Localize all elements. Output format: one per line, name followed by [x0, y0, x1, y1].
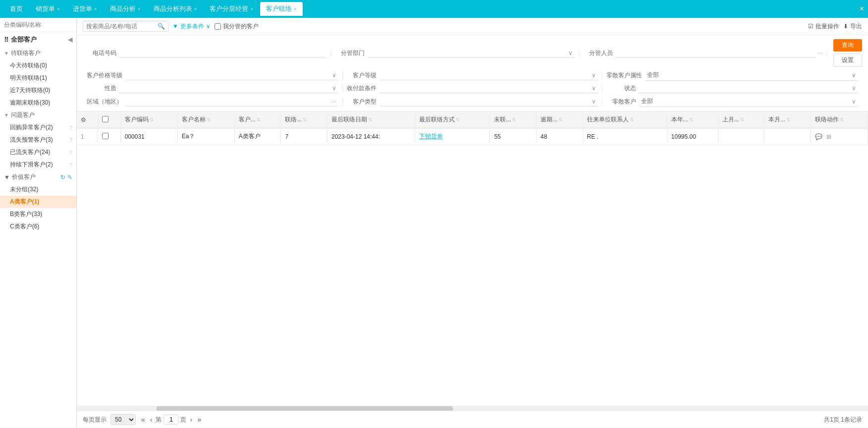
horizontal-scrollbar[interactable]: [77, 406, 868, 411]
filter-input-dots-0-2[interactable]: [616, 49, 815, 58]
close-tab-goods-list[interactable]: ×: [194, 6, 197, 12]
last-contact-link[interactable]: 下销货单: [419, 133, 443, 140]
table-cell-0-1[interactable]: [98, 128, 120, 145]
filter-cell-1-1: 客户等级∨: [343, 71, 603, 80]
sidebar-group-0[interactable]: ▼待联络客户: [0, 47, 76, 59]
sidebar-item-2-3[interactable]: C类客户(6): [0, 220, 76, 233]
search-input[interactable]: [86, 23, 156, 30]
filter-select-0-1[interactable]: ∨: [368, 49, 575, 58]
sort-icon[interactable]: ⇅: [207, 117, 211, 122]
query-button[interactable]: 查询: [833, 39, 862, 52]
sidebar-item-0-3[interactable]: 逾期未联络(30): [0, 97, 76, 109]
sidebar-item-0-0[interactable]: 今天待联络(0): [0, 59, 76, 72]
more-dots-icon[interactable]: ···: [818, 50, 823, 56]
close-tab-goods-analysis[interactable]: ×: [138, 6, 141, 12]
settings-button[interactable]: 设置: [833, 54, 862, 67]
table-cell-0-14[interactable]: 💬⊞: [811, 128, 868, 145]
sort-icon[interactable]: ⇅: [150, 117, 154, 122]
sidebar-group-1[interactable]: ▼问题客户: [0, 109, 76, 121]
filter-input-0-0[interactable]: [119, 49, 326, 58]
col-header-0[interactable]: ⚙: [77, 111, 98, 128]
nav-tab-purchase[interactable]: 进货单 ×: [67, 2, 103, 16]
my-customers-check[interactable]: 我分管的客户: [215, 22, 259, 31]
next-page-btn[interactable]: ›: [188, 416, 194, 424]
sidebar-all-customers[interactable]: ⠿ 全部客户 ◀: [0, 32, 76, 47]
sort-icon[interactable]: ⇅: [257, 117, 261, 122]
help-icon[interactable]: ?: [69, 150, 72, 156]
sidebar-item-1-0[interactable]: 回购异常客户(2)?: [0, 121, 76, 134]
sidebar-collapse-icon[interactable]: ◀: [68, 36, 72, 43]
filter-select-2-1[interactable]: ∨: [380, 84, 598, 93]
col-header-1[interactable]: [98, 111, 120, 128]
help-icon[interactable]: ?: [69, 162, 72, 168]
filter-select-3-1[interactable]: ∨: [380, 97, 598, 107]
table-container[interactable]: ⚙客户编码⇅客户名称⇅客户...⇅联络...⇅最后联络日期⇅最后联络方式⇅未联.…: [77, 111, 868, 406]
row-actions[interactable]: 💬⊞: [815, 133, 864, 140]
customer-table: ⚙客户编码⇅客户名称⇅客户...⇅联络...⇅最后联络日期⇅最后联络方式⇅未联.…: [77, 111, 868, 145]
close-tab-sales[interactable]: ×: [57, 6, 60, 12]
sidebar-item-0-1[interactable]: 明天待联络(1): [0, 72, 76, 84]
sort-icon[interactable]: ⇅: [786, 117, 790, 122]
sidebar-item-1-3[interactable]: 持续下滑客户(2)?: [0, 159, 76, 171]
filter-select-1-2[interactable]: 全部∨: [645, 70, 858, 81]
sidebar-group-2[interactable]: ▼价值客户↻✎: [0, 171, 76, 183]
filter-btn[interactable]: ▼ 更多条件 ∨: [172, 22, 211, 31]
sidebar-search-input[interactable]: [4, 21, 77, 28]
nav-tab-home[interactable]: 首页: [4, 2, 29, 16]
value-group-actions[interactable]: ↻✎: [60, 174, 72, 181]
sort-icon[interactable]: ⇅: [303, 117, 307, 122]
more-dots-icon[interactable]: ···: [331, 98, 336, 105]
filter-select-1-1[interactable]: ∨: [380, 71, 598, 80]
sort-icon[interactable]: ⇅: [558, 117, 562, 122]
filter-select-2-0[interactable]: ∨: [119, 84, 338, 93]
close-all-btn[interactable]: ×: [860, 4, 864, 13]
nav-tab-goods-analysis[interactable]: 商品分析 ×: [104, 2, 147, 16]
nav-tab-sales[interactable]: 销货单 ×: [30, 2, 66, 16]
refresh-icon[interactable]: ↻: [60, 174, 65, 181]
col-header-10: 往来单位联系人⇅: [583, 111, 667, 128]
filter-select-dots-3-0[interactable]: ···: [125, 97, 338, 107]
sort-icon[interactable]: ⇅: [630, 117, 634, 122]
export-btn[interactable]: ⬇ 导出: [843, 22, 862, 31]
select-all-checkbox[interactable]: [102, 116, 108, 122]
first-page-btn[interactable]: «: [140, 416, 147, 424]
row-checkbox[interactable]: [102, 133, 108, 139]
my-customers-checkbox[interactable]: [215, 23, 221, 30]
sort-icon[interactable]: ⇅: [368, 117, 372, 122]
toolbar-search-icon[interactable]: 🔍: [158, 23, 165, 30]
page-size-select[interactable]: 50 100: [110, 414, 136, 425]
chevron-down-icon: ∨: [592, 98, 596, 105]
comment-icon[interactable]: 💬: [815, 133, 822, 140]
table-cell-0-7[interactable]: 下销货单: [415, 128, 490, 145]
sort-icon[interactable]: ⇅: [740, 117, 744, 122]
close-tab-customer-contact[interactable]: ×: [294, 6, 297, 12]
sidebar-item-2-1[interactable]: A类客户(1): [0, 196, 76, 208]
sort-icon[interactable]: ⇅: [512, 117, 516, 122]
help-icon[interactable]: ?: [69, 125, 72, 131]
close-tab-purchase[interactable]: ×: [94, 6, 97, 12]
sidebar-item-0-2[interactable]: 近7天待联络(0): [0, 84, 76, 97]
prev-page-btn[interactable]: ‹: [149, 416, 154, 424]
sort-icon[interactable]: ⇅: [456, 117, 460, 122]
sort-icon[interactable]: ⇅: [840, 117, 844, 122]
close-tab-customer-layer[interactable]: ×: [250, 6, 253, 12]
filter-label-2-1: 收付款条件: [347, 84, 377, 93]
gear-icon[interactable]: ⚙: [81, 116, 86, 123]
sidebar-item-1-1[interactable]: 流失预警客户(3)?: [0, 134, 76, 146]
nav-tab-customer-contact[interactable]: 客户联络 ×: [260, 2, 303, 16]
sort-icon[interactable]: ⇅: [689, 117, 693, 122]
nav-tab-customer-layer[interactable]: 客户分层经营 ×: [204, 2, 259, 16]
last-page-btn[interactable]: »: [196, 416, 203, 424]
nav-tab-goods-list[interactable]: 商品分析列表 ×: [148, 2, 203, 16]
filter-select-3-2[interactable]: 全部∨: [639, 96, 858, 107]
sidebar-item-2-0[interactable]: 未分组(32): [0, 183, 76, 196]
page-input[interactable]: [163, 415, 178, 425]
filter-select-2-2[interactable]: ∨: [639, 84, 858, 93]
help-icon[interactable]: ?: [69, 137, 72, 143]
qr-icon[interactable]: ⊞: [826, 133, 831, 140]
sidebar-item-1-2[interactable]: 已流失客户(24)?: [0, 146, 76, 159]
sidebar-item-2-2[interactable]: B类客户(33): [0, 208, 76, 220]
batch-btn[interactable]: ☑ 批量操作: [808, 22, 839, 31]
filter-select-1-0[interactable]: ∨: [125, 71, 338, 80]
edit-icon[interactable]: ✎: [67, 174, 72, 181]
